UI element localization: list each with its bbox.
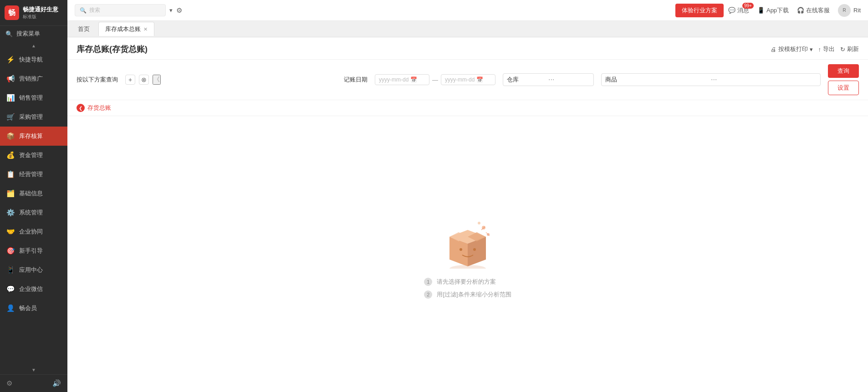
sidebar-search[interactable]: 🔍 搜索菜单	[0, 26, 67, 41]
nav-label-wechat: 企业微信	[19, 285, 43, 293]
subnav-item-inventory[interactable]: ❮ 存货总账	[77, 104, 111, 112]
top-header: 🔍 搜索 ▾ ⚙ 体验行业方案 💬 消息 99+ 📱 App下载 🎧 在线客服	[67, 0, 868, 21]
header-gear-icon[interactable]: ⚙	[176, 6, 182, 15]
tab-inventory-cost[interactable]: 库存成本总账✕	[98, 22, 154, 36]
sidebar-item-wechat[interactable]: 💬 企业微信	[0, 280, 67, 299]
print-btn[interactable]: 🖨 按模板打印 ▾	[771, 45, 813, 53]
nav-label-member: 畅会员	[19, 304, 37, 312]
sidebar-item-quick-nav[interactable]: ⚡ 快捷导航	[0, 50, 67, 69]
date-start-input[interactable]: yyyy-mm-dd 📅	[375, 74, 429, 85]
header-search-box[interactable]: 🔍 搜索	[75, 4, 166, 16]
refresh-btn[interactable]: ↻ 刷新	[840, 45, 859, 53]
sidebar-scroll-up[interactable]: ▲	[0, 41, 67, 50]
calendar-end-icon[interactable]: 📅	[476, 76, 483, 83]
nav-label-inventory: 库存核算	[19, 132, 43, 140]
nav-label-marketing: 营销推广	[19, 75, 43, 83]
empty-illustration	[438, 209, 497, 269]
search-icon: 🔍	[5, 31, 13, 37]
nav-label-purchase: 采购管理	[19, 113, 43, 121]
subnav-icon: ❮	[77, 104, 85, 112]
nav-label-newbie: 新手引导	[19, 247, 43, 255]
nav-icon-basic: 🗂️	[6, 189, 15, 198]
calendar-start-icon[interactable]: 📅	[410, 76, 417, 83]
sidebar-scroll-down[interactable]: ▼	[0, 366, 67, 374]
nav-label-finance: 资金管理	[19, 151, 43, 159]
page-title: 库存总账(存货总账)	[77, 44, 148, 55]
nav-label-operation: 经营管理	[19, 170, 43, 178]
sidebar-item-member[interactable]: 👤 畅会员	[0, 299, 67, 318]
nav-icon-system: ⚙️	[6, 209, 15, 217]
filter-subnav: ❮ 存货总账	[67, 100, 868, 116]
tab-home[interactable]: 首页	[71, 22, 97, 36]
date-filter-label: 记账日期	[344, 76, 368, 84]
nav-icon-finance: 💰	[6, 151, 15, 159]
warehouse-filter[interactable]: 仓库 ···	[503, 73, 594, 86]
sidebar-item-appstore[interactable]: 📱 应用中心	[0, 260, 67, 280]
nav-icon-member: 👤	[6, 304, 15, 312]
tab-label-inventory-cost: 库存成本总账	[105, 25, 141, 33]
print-label: 按模板打印	[778, 45, 808, 53]
goods-more-icon: ···	[711, 76, 817, 84]
sidebar-item-newbie[interactable]: 🎯 新手引导	[0, 241, 67, 260]
search-label: 搜索菜单	[16, 30, 40, 38]
date-end-input[interactable]: yyyy-mm-dd 📅	[441, 74, 495, 85]
online-service-btn[interactable]: 🎧 在线客服	[797, 6, 830, 15]
settings-icon[interactable]: ⚙	[6, 379, 12, 387]
app-download-btn[interactable]: 📱 App下载	[757, 6, 789, 15]
app-logo: 畅 畅捷通好生意 标准版	[0, 0, 67, 26]
hint-num-2: 2	[424, 290, 432, 299]
filter-add-btn[interactable]: +	[125, 75, 135, 85]
sidebar-item-system[interactable]: ⚙️ 系统管理	[0, 203, 67, 222]
sidebar-item-basic[interactable]: 🗂️ 基础信息	[0, 184, 67, 203]
sidebar: 畅 畅捷通好生意 标准版 🔍 搜索菜单 ▲ ⚡ 快捷导航📢 营销推广📊 销售管理…	[0, 0, 67, 392]
right-btns-container: 查询 设置	[828, 64, 859, 95]
sidebar-item-enterprise[interactable]: 🤝 企业协同	[0, 222, 67, 241]
filter-collapse-btn[interactable]: 《	[153, 75, 161, 85]
nav-label-system: 系统管理	[19, 209, 43, 217]
hint-item-2: 2 用[过滤]条件来缩小分析范围	[424, 290, 511, 299]
search-placeholder-text: 搜索	[89, 6, 100, 14]
date-filter: yyyy-mm-dd 📅 — yyyy-mm-dd 📅	[375, 74, 495, 85]
industry-btn[interactable]: 体验行业方案	[675, 4, 724, 17]
settings-btn[interactable]: 设置	[828, 81, 859, 95]
filter-row-label: 按以下方案查询	[77, 76, 118, 84]
sidebar-item-purchase[interactable]: 🛒 采购管理	[0, 107, 67, 127]
goods-filter[interactable]: 商品 ···	[601, 73, 821, 86]
nav-icon-newbie: 🎯	[6, 247, 15, 255]
warehouse-label: 仓库	[507, 76, 548, 84]
app-title: 畅捷通好生意	[23, 6, 58, 14]
print-dropdown-icon: ▾	[810, 46, 813, 53]
message-btn[interactable]: 💬 消息 99+	[728, 6, 749, 15]
nav-label-sales: 销售管理	[19, 94, 43, 102]
message-icon: 💬	[728, 7, 735, 14]
goods-label: 商品	[605, 76, 711, 84]
nav-icon-quick-nav: ⚡	[6, 56, 15, 64]
sidebar-nav: ⚡ 快捷导航📢 营销推广📊 销售管理🛒 采购管理📦 库存核算💰 资金管理📋 经营…	[0, 50, 67, 366]
header-dropdown-btn[interactable]: ▾	[169, 7, 173, 14]
app-download-icon: 📱	[757, 7, 765, 14]
sidebar-item-inventory[interactable]: 📦 库存核算	[0, 127, 67, 146]
audio-icon[interactable]: 🔊	[52, 379, 61, 387]
date-separator: —	[432, 76, 438, 83]
sidebar-item-finance[interactable]: 💰 资金管理	[0, 146, 67, 165]
filter-row-controls: + ⊗ 《	[125, 75, 337, 85]
empty-hints: 1 请先选择要分析的方案 2 用[过滤]条件来缩小分析范围	[424, 278, 511, 299]
user-section[interactable]: R Rit	[838, 4, 861, 17]
hint-item-1: 1 请先选择要分析的方案	[424, 278, 511, 286]
sidebar-item-sales[interactable]: 📊 销售管理	[0, 88, 67, 107]
page-actions: 🖨 按模板打印 ▾ ↑ 导出 ↻ 刷新	[771, 45, 859, 53]
filter-clear-btn[interactable]: ⊗	[139, 75, 149, 85]
main-content: 🔍 搜索 ▾ ⚙ 体验行业方案 💬 消息 99+ 📱 App下载 🎧 在线客服	[67, 0, 868, 392]
nav-label-enterprise: 企业协同	[19, 228, 43, 236]
tab-close-inventory-cost[interactable]: ✕	[143, 26, 148, 32]
query-btn[interactable]: 查询	[828, 64, 859, 78]
sidebar-item-operation[interactable]: 📋 经营管理	[0, 165, 67, 184]
search-input-icon: 🔍	[80, 7, 87, 14]
export-btn[interactable]: ↑ 导出	[818, 45, 835, 53]
sidebar-item-marketing[interactable]: 📢 营销推广	[0, 69, 67, 88]
message-badge: 99+	[742, 3, 754, 9]
refresh-icon: ↻	[840, 46, 845, 53]
hint-num-1: 1	[424, 278, 432, 286]
logo-icon: 畅	[5, 5, 19, 20]
nav-icon-inventory: 📦	[6, 132, 15, 140]
